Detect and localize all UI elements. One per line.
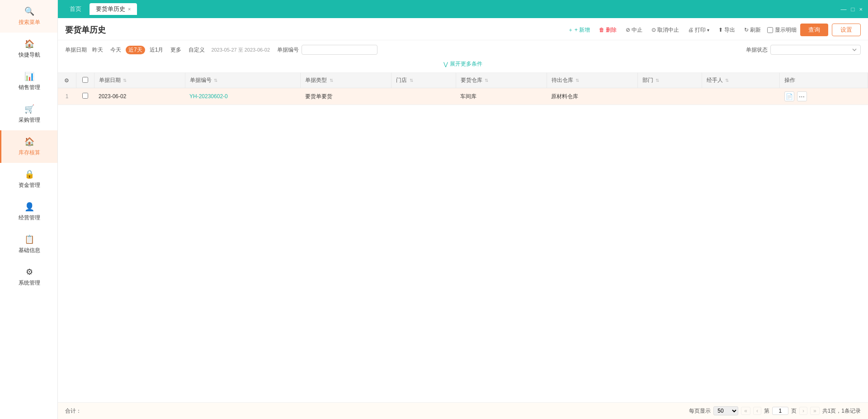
close-tab-icon[interactable]: ×	[128, 6, 131, 12]
expand-icon: ⋁	[443, 61, 448, 67]
table-footer: 合计： 每页显示 10 20 50 100 « ‹ 第 页 › » 共1页，1条…	[58, 402, 868, 419]
last-page-btn[interactable]: »	[810, 407, 820, 415]
date-yesterday[interactable]: 昨天	[90, 46, 106, 54]
sidebar-item-label: 库存核算	[19, 149, 40, 157]
per-page-select[interactable]: 10 20 50 100	[713, 406, 738, 415]
sidebar-item-basic[interactable]: 📋 基础信息	[0, 228, 57, 261]
tab-requisition-history[interactable]: 要货单历史 ×	[90, 3, 137, 15]
sidebar-item-label: 经营管理	[19, 214, 40, 222]
query-button[interactable]: 查询	[800, 24, 828, 36]
sidebar-item-operation[interactable]: 👤 经营管理	[0, 195, 57, 228]
date-today[interactable]: 今天	[108, 46, 124, 54]
minimize-icon[interactable]: —	[841, 6, 847, 13]
new-button[interactable]: ＋ + 新增	[565, 25, 593, 35]
date-filter-group: 单据日期 昨天 今天 近7天 近1月 更多 自定义 2023-05-27 至 2…	[65, 46, 270, 54]
sidebar-item-search-menu[interactable]: 🔍 搜索菜单	[0, 0, 57, 33]
prev-page-btn[interactable]: ‹	[753, 407, 761, 415]
date-more[interactable]: 更多	[168, 46, 184, 54]
col-settings[interactable]: ⚙	[58, 73, 76, 88]
page-end-label: 页	[791, 407, 797, 415]
date-7days[interactable]: 近7天	[126, 46, 145, 54]
display-detail-checkbox[interactable]	[767, 27, 773, 33]
home-tab-label: 首页	[70, 5, 81, 13]
sidebar-item-label: 销售管理	[19, 84, 40, 91]
sort-type-icon[interactable]: ⇅	[330, 78, 333, 83]
date-custom[interactable]: 自定义	[186, 46, 208, 54]
next-page-btn[interactable]: ›	[799, 407, 807, 415]
export-button[interactable]: ⬆ 导出	[716, 25, 738, 35]
doc-no-filter-group: 单据编号	[277, 45, 377, 55]
row-select-checkbox[interactable]	[82, 93, 88, 99]
date-1month[interactable]: 近1月	[147, 46, 166, 54]
status-filter-group: 单据状态	[746, 45, 861, 55]
sidebar-item-purchase[interactable]: 🛒 采购管理	[0, 98, 57, 130]
sort-no-icon[interactable]: ⇅	[214, 78, 217, 83]
select-all-checkbox[interactable]	[82, 77, 88, 83]
sort-handler-icon[interactable]: ⇅	[725, 78, 729, 83]
print-button[interactable]: 🖨 打印 ▾	[685, 25, 712, 35]
table-header-row: ⚙ 单据日期 ⇅ 单据编号 ⇅ 单据类型 ⇅ 门店 ⇅ 要货仓库 ⇅ 待出仓库 …	[58, 73, 868, 88]
filter-row-1: 单据日期 昨天 今天 近7天 近1月 更多 自定义 2023-05-27 至 2…	[65, 45, 861, 55]
active-tab-label: 要货单历史	[96, 5, 125, 13]
status-select[interactable]	[770, 45, 861, 55]
col-date: 单据日期 ⇅	[94, 73, 185, 88]
delete-button[interactable]: 🗑 删除	[596, 25, 619, 35]
settings-button[interactable]: 设置	[832, 24, 861, 36]
row-index: 1	[58, 88, 76, 105]
sort-pending-icon[interactable]: ⇅	[576, 78, 579, 83]
sort-store-icon[interactable]: ⇅	[410, 78, 413, 83]
sidebar-item-system[interactable]: ⚙ 系统管理	[0, 261, 57, 293]
sidebar: 🔍 搜索菜单 🏠 快捷导航 📊 销售管理 🛒 采购管理 🏠 库存核算 🔒 资金管…	[0, 0, 58, 419]
row-handler	[702, 88, 779, 105]
row-checkbox[interactable]	[76, 88, 94, 105]
sales-icon: 📊	[24, 71, 34, 81]
content-area: 要货单历史 ＋ + 新增 🗑 删除 ⊘ 中止 ⊙ 取消中止	[58, 18, 868, 419]
cancel-stop-button[interactable]: ⊙ 取消中止	[649, 25, 682, 35]
row-operations: 📄 ⋯	[779, 88, 868, 105]
page-input[interactable]	[772, 407, 788, 415]
finance-icon: 🔒	[24, 169, 34, 179]
more-op-btn[interactable]: ⋯	[797, 91, 807, 101]
sidebar-item-quick-nav[interactable]: 🏠 快捷导航	[0, 33, 57, 65]
per-page-label: 每页显示	[689, 407, 711, 415]
print-icon: 🖨	[688, 27, 693, 33]
stop-button[interactable]: ⊘ 中止	[623, 25, 645, 35]
pagination: 每页显示 10 20 50 100 « ‹ 第 页 › » 共1页，1条记录	[689, 406, 861, 415]
display-detail-checkbox-group[interactable]: 显示明细	[767, 26, 797, 34]
sort-dept-icon[interactable]: ⇅	[656, 78, 659, 83]
total-label: 合计：	[65, 407, 81, 415]
row-no: YH-20230602-0	[185, 88, 301, 105]
first-page-btn[interactable]: «	[741, 407, 750, 415]
col-no: 单据编号 ⇅	[185, 73, 301, 88]
edit-op-btn[interactable]: 📄	[784, 91, 794, 101]
col-handler: 经手人 ⇅	[702, 73, 779, 88]
sidebar-item-label: 系统管理	[19, 279, 40, 287]
col-checkbox	[76, 73, 94, 88]
main-area: 首页 要货单历史 × — □ × 要货单历史 ＋ + 新增 🗑 删除	[58, 0, 868, 419]
stop-icon: ⊘	[626, 27, 630, 33]
print-dropdown-icon: ▾	[707, 28, 709, 33]
doc-no-input[interactable]	[302, 45, 377, 55]
doc-no-link[interactable]: YH-20230602-0	[189, 93, 228, 100]
window-close-icon[interactable]: ×	[859, 6, 863, 13]
sidebar-item-sales[interactable]: 📊 销售管理	[0, 65, 57, 98]
sort-req-icon[interactable]: ⇅	[485, 78, 488, 83]
table-body: 1 2023-06-02 YH-20230602-0 要货单要货 车间库 原材料…	[58, 88, 868, 105]
filter-bar: 单据日期 昨天 今天 近7天 近1月 更多 自定义 2023-05-27 至 2…	[58, 40, 868, 73]
doc-no-label: 单据编号	[277, 46, 299, 54]
row-req-warehouse: 车间库	[456, 88, 547, 105]
maximize-icon[interactable]: □	[851, 6, 855, 13]
purchase-icon: 🛒	[24, 104, 34, 114]
sidebar-item-label: 采购管理	[19, 116, 40, 124]
expand-more-button[interactable]: ⋁ 展开更多条件	[65, 58, 861, 70]
sort-date-icon[interactable]: ⇅	[123, 78, 127, 83]
sidebar-item-finance[interactable]: 🔒 资金管理	[0, 163, 57, 195]
system-icon: ⚙	[26, 267, 33, 277]
topbar-right-controls: — □ ×	[841, 6, 863, 13]
refresh-button[interactable]: ↻ 刷新	[741, 25, 764, 35]
status-label: 单据状态	[746, 46, 768, 54]
row-pending-warehouse: 原材料仓库	[547, 88, 637, 105]
tab-home[interactable]: 首页	[63, 3, 88, 15]
table-container: ⚙ 单据日期 ⇅ 单据编号 ⇅ 单据类型 ⇅ 门店 ⇅ 要货仓库 ⇅ 待出仓库 …	[58, 73, 868, 402]
sidebar-item-inventory[interactable]: 🏠 库存核算	[0, 130, 57, 163]
